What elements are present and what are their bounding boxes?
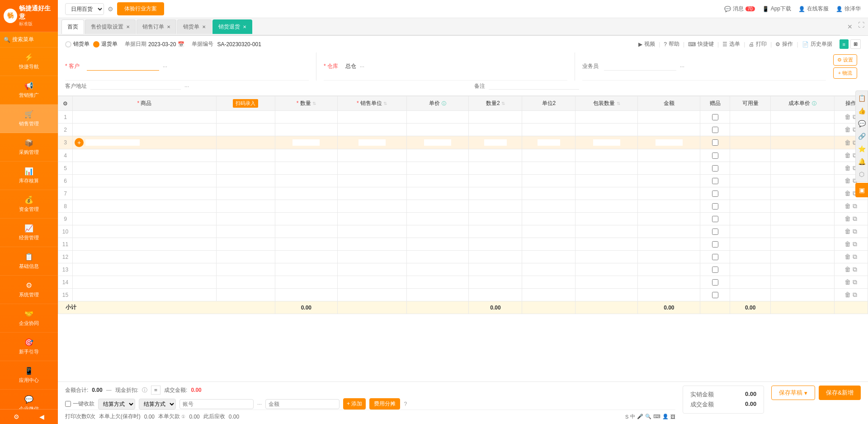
- unit-price-cell[interactable]: [406, 111, 469, 124]
- amount-cell[interactable]: [638, 251, 700, 263]
- unit-price-cell[interactable]: [406, 213, 469, 225]
- gift-checkbox[interactable]: [712, 254, 718, 260]
- unit2-input[interactable]: [538, 216, 560, 222]
- gift-cell[interactable]: [700, 124, 730, 136]
- amount-cell[interactable]: [638, 276, 700, 289]
- product-cell[interactable]: [73, 213, 217, 225]
- pack-qty-cell[interactable]: [576, 238, 638, 251]
- unit2-input[interactable]: [538, 279, 560, 286]
- quantity-input[interactable]: [292, 241, 320, 248]
- q2-input[interactable]: [484, 127, 507, 133]
- delete-row-icon[interactable]: 🗑: [844, 164, 851, 172]
- gift-checkbox[interactable]: [712, 203, 718, 210]
- sidebar-item-newbie[interactable]: 🎯 新手引导: [0, 333, 58, 361]
- sidebar-item-system[interactable]: ⚙ 系统管理: [0, 276, 58, 304]
- product-input[interactable]: [75, 279, 214, 286]
- product-input[interactable]: [75, 254, 214, 260]
- unit-price-input[interactable]: [424, 279, 451, 286]
- amount-input[interactable]: [265, 399, 340, 409]
- pack-input[interactable]: [593, 254, 620, 260]
- unit2-input[interactable]: [538, 165, 560, 172]
- product-input[interactable]: [75, 241, 214, 248]
- q2-input[interactable]: [484, 203, 507, 210]
- unit2-cell[interactable]: [522, 175, 576, 187]
- product-cell[interactable]: [73, 225, 217, 238]
- gift-cell[interactable]: [700, 136, 730, 149]
- quantity-cell[interactable]: [275, 289, 337, 301]
- unit-price-cell[interactable]: [406, 289, 469, 301]
- tab-close-icon[interactable]: ✕: [243, 24, 246, 29]
- sales-unit-cell[interactable]: [337, 175, 406, 187]
- gift-cell[interactable]: [700, 276, 730, 289]
- customer-input[interactable]: [87, 62, 159, 71]
- unit2-cell[interactable]: [522, 238, 576, 251]
- gift-checkbox[interactable]: [712, 229, 718, 235]
- sales-unit-cell[interactable]: [337, 111, 406, 124]
- unit-price-cell[interactable]: [406, 187, 469, 200]
- unit2-input[interactable]: [538, 241, 560, 248]
- product-cell[interactable]: [73, 276, 217, 289]
- logistics-btn[interactable]: + 物流: [833, 67, 857, 79]
- q2-input[interactable]: [484, 191, 507, 197]
- quantity2-cell[interactable]: [469, 162, 522, 175]
- delete-row-icon[interactable]: 🗑: [844, 152, 851, 159]
- sales-unit-input[interactable]: [359, 203, 386, 210]
- sidebar-search[interactable]: 🔍 搜索菜单: [0, 32, 58, 48]
- delete-row-icon[interactable]: 🗑: [844, 202, 851, 210]
- amount-cell[interactable]: [638, 175, 700, 187]
- pack-input[interactable]: [593, 127, 620, 133]
- payment-checkbox[interactable]: [65, 401, 71, 407]
- quantity-input[interactable]: [292, 178, 320, 184]
- amount-input[interactable]: [656, 241, 683, 248]
- gift-checkbox[interactable]: [712, 114, 718, 120]
- scan-input-btn[interactable]: 扫码录入: [233, 99, 258, 108]
- fenyong-btn[interactable]: 费用分摊: [369, 398, 400, 410]
- product-input[interactable]: [85, 139, 140, 146]
- sales-unit-input[interactable]: [359, 216, 386, 222]
- gift-checkbox[interactable]: [712, 139, 718, 146]
- gift-cell[interactable]: [700, 200, 730, 213]
- sales-unit-cell[interactable]: [337, 149, 406, 162]
- product-input[interactable]: [75, 178, 214, 184]
- quantity-cell[interactable]: [275, 225, 337, 238]
- select-order-btn[interactable]: ☰ 选单: [722, 40, 740, 48]
- copy-row-icon[interactable]: ⧉: [853, 291, 857, 299]
- warehouse-dots[interactable]: ···: [360, 63, 364, 70]
- quantity-cell[interactable]: [275, 200, 337, 213]
- quantity2-cell[interactable]: [469, 276, 522, 289]
- amount-cell[interactable]: [638, 200, 700, 213]
- gift-checkbox[interactable]: [712, 178, 718, 184]
- pack-sort-icon[interactable]: ⇅: [617, 101, 620, 106]
- unit-price-input[interactable]: [424, 114, 451, 120]
- pack-input[interactable]: [593, 241, 620, 248]
- tab-sales-delivery[interactable]: 销货单 ✕: [177, 19, 212, 34]
- radio-btn-return[interactable]: [93, 41, 99, 48]
- unit-price-cell[interactable]: [406, 263, 469, 276]
- unit2-input[interactable]: [538, 203, 560, 210]
- gift-cell[interactable]: [700, 251, 730, 263]
- radio-delivery[interactable]: 销货单: [65, 40, 90, 48]
- unit-price-input[interactable]: [424, 241, 451, 248]
- product-input[interactable]: [75, 165, 214, 172]
- unit2-cell[interactable]: [522, 162, 576, 175]
- pack-qty-cell[interactable]: [576, 251, 638, 263]
- th-settings[interactable]: ⚙: [58, 96, 73, 111]
- quantity2-cell[interactable]: [469, 213, 522, 225]
- quantity-input[interactable]: [292, 165, 320, 172]
- unit2-input[interactable]: [538, 229, 560, 235]
- product-cell[interactable]: [73, 162, 217, 175]
- product-input[interactable]: [75, 114, 214, 120]
- sales-unit-cell[interactable]: [337, 200, 406, 213]
- account-dots[interactable]: ···: [257, 401, 262, 407]
- q2-input[interactable]: [484, 229, 507, 235]
- unit2-cell[interactable]: [522, 263, 576, 276]
- q2-input[interactable]: [484, 152, 507, 159]
- clipboard-icon[interactable]: 📋: [858, 95, 866, 102]
- product-cell[interactable]: [73, 111, 217, 124]
- gift-checkbox[interactable]: [712, 241, 718, 248]
- collapse-icon[interactable]: ◀: [39, 413, 44, 420]
- product-cell[interactable]: [73, 124, 217, 136]
- product-cell[interactable]: [73, 200, 217, 213]
- unit2-input[interactable]: [538, 152, 560, 159]
- expand-icon[interactable]: ⬡: [859, 171, 864, 178]
